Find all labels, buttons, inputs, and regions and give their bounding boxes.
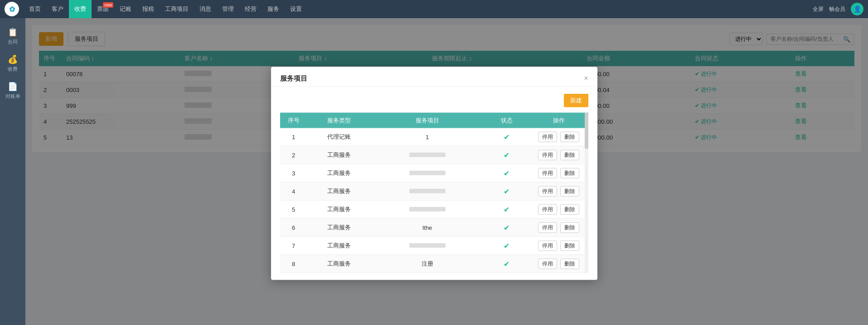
modal-cell-status: ✔ xyxy=(484,255,529,273)
member-btn[interactable]: 畅会员 xyxy=(829,5,845,13)
nav-customer[interactable]: 客户 xyxy=(46,0,69,18)
modal-cell-item: Ithe xyxy=(371,218,484,237)
modal-close-button[interactable]: × xyxy=(584,74,588,82)
new-badge: new xyxy=(103,2,113,8)
scrollbar-thumb[interactable] xyxy=(585,112,588,149)
modal-cell-status: ✔ xyxy=(484,164,529,182)
stop-button[interactable]: 停用 xyxy=(538,168,557,178)
status-check-icon: ✔ xyxy=(504,169,509,177)
service-items-table: 序号 服务类型 服务项目 状态 操作 1 代理记账 1 ✔ 停用 删除 2 工商… xyxy=(280,112,588,273)
scrollbar-track xyxy=(585,112,588,273)
sidebar-item-statement[interactable]: 📄 对账单 xyxy=(0,77,25,104)
fullscreen-btn[interactable]: 全屏 xyxy=(813,5,824,13)
modal-title: 服务项目 xyxy=(280,74,307,82)
delete-button[interactable]: 删除 xyxy=(560,168,579,178)
modal-cell-action: 停用 删除 xyxy=(529,128,588,146)
modal-cell-seq: 4 xyxy=(280,182,307,200)
nav-billing[interactable]: 收费 xyxy=(69,0,92,18)
modal-cell-status: ✔ xyxy=(484,218,529,237)
status-check-icon: ✔ xyxy=(504,260,509,267)
nav-invoice[interactable]: 票据 new xyxy=(92,0,114,18)
contract-icon: 📋 xyxy=(8,27,18,37)
modal-col-seq: 序号 xyxy=(280,112,307,128)
modal-cell-item xyxy=(371,182,484,200)
statement-icon: 📄 xyxy=(8,82,18,92)
modal-table-row: 2 工商服务 ✔ 停用 删除 xyxy=(280,146,588,164)
delete-button[interactable]: 删除 xyxy=(560,204,579,214)
service-modal: 服务项目 × 新建 序号 服务类型 服务项目 状态 操作 1 代理记账 xyxy=(271,67,597,280)
modal-cell-status: ✔ xyxy=(484,128,529,146)
modal-cell-type: 工商服务 xyxy=(307,164,371,182)
modal-new-button[interactable]: 新建 xyxy=(564,93,588,107)
stop-button[interactable]: 停用 xyxy=(538,186,557,196)
modal-cell-seq: 6 xyxy=(280,218,307,237)
sidebar-label-billing: 收费 xyxy=(8,66,18,73)
modal-table-row: 4 工商服务 ✔ 停用 删除 xyxy=(280,182,588,200)
modal-cell-seq: 1 xyxy=(280,128,307,146)
stop-button[interactable]: 停用 xyxy=(538,222,557,233)
stop-button[interactable]: 停用 xyxy=(538,204,557,214)
nav-home[interactable]: 首页 xyxy=(24,0,46,18)
modal-table-row: 5 工商服务 ✔ 停用 删除 xyxy=(280,200,588,218)
nav-service[interactable]: 服务 xyxy=(262,0,285,18)
delete-button[interactable]: 删除 xyxy=(560,258,579,269)
modal-cell-item xyxy=(371,164,484,182)
modal-table-row: 7 工商服务 ✔ 停用 删除 xyxy=(280,237,588,255)
nav-settings[interactable]: 设置 xyxy=(285,0,307,18)
stop-button[interactable]: 停用 xyxy=(538,240,557,251)
modal-cell-item xyxy=(371,237,484,255)
nav-message[interactable]: 消息 xyxy=(194,0,217,18)
nav-tax[interactable]: 报税 xyxy=(137,0,160,18)
modal-cell-status: ✔ xyxy=(484,182,529,200)
modal-col-status: 状态 xyxy=(484,112,529,128)
logo-icon: ✿ xyxy=(9,5,15,14)
modal-col-type: 服务类型 xyxy=(307,112,371,128)
avatar[interactable]: 👤 xyxy=(851,3,863,15)
status-check-icon: ✔ xyxy=(504,133,509,141)
status-check-icon: ✔ xyxy=(504,242,509,249)
status-check-icon: ✔ xyxy=(504,187,509,195)
modal-cell-action: 停用 删除 xyxy=(529,182,588,200)
sidebar-label-contract: 合同 xyxy=(8,39,18,45)
sidebar-item-billing[interactable]: 💰 收费 xyxy=(0,50,25,77)
delete-button[interactable]: 删除 xyxy=(560,150,579,160)
modal-cell-type: 工商服务 xyxy=(307,237,371,255)
status-check-icon: ✔ xyxy=(504,151,509,159)
modal-table-row: 8 工商服务 注册 ✔ 停用 删除 xyxy=(280,255,588,273)
modal-cell-action: 停用 删除 xyxy=(529,200,588,218)
sidebar-item-contract[interactable]: 📋 合同 xyxy=(0,23,25,50)
modal-cell-type: 工商服务 xyxy=(307,255,371,273)
nav-bookkeeping[interactable]: 记账 xyxy=(114,0,137,18)
modal-cell-status: ✔ xyxy=(484,146,529,164)
app-logo: ✿ xyxy=(5,2,19,16)
nav-business[interactable]: 工商项目 xyxy=(160,0,194,18)
modal-cell-seq: 2 xyxy=(280,146,307,164)
delete-button[interactable]: 删除 xyxy=(560,240,579,251)
modal-cell-seq: 7 xyxy=(280,237,307,255)
nav-operation[interactable]: 经营 xyxy=(239,0,262,18)
top-nav-right: 全屏 畅会员 👤 xyxy=(813,3,863,15)
modal-table-row: 3 工商服务 ✔ 停用 删除 xyxy=(280,164,588,182)
modal-cell-action: 停用 删除 xyxy=(529,255,588,273)
modal-cell-item: 注册 xyxy=(371,255,484,273)
modal-cell-item: 1 xyxy=(371,128,484,146)
modal-body: 新建 序号 服务类型 服务项目 状态 操作 1 代理记账 1 ✔ 停用 xyxy=(271,87,597,280)
stop-button[interactable]: 停用 xyxy=(538,131,557,142)
modal-cell-type: 工商服务 xyxy=(307,218,371,237)
delete-button[interactable]: 删除 xyxy=(560,131,579,142)
nav-manage[interactable]: 管理 xyxy=(217,0,239,18)
modal-cell-seq: 3 xyxy=(280,164,307,182)
stop-button[interactable]: 停用 xyxy=(538,258,557,269)
modal-cell-type: 代理记账 xyxy=(307,128,371,146)
stop-button[interactable]: 停用 xyxy=(538,150,557,160)
modal-table-row: 1 代理记账 1 ✔ 停用 删除 xyxy=(280,128,588,146)
modal-cell-status: ✔ xyxy=(484,237,529,255)
billing-icon: 💰 xyxy=(8,54,18,64)
modal-cell-action: 停用 删除 xyxy=(529,218,588,237)
status-check-icon: ✔ xyxy=(504,223,509,231)
delete-button[interactable]: 删除 xyxy=(560,222,579,233)
delete-button[interactable]: 删除 xyxy=(560,186,579,196)
modal-header: 服务项目 × xyxy=(271,67,597,87)
modal-cell-type: 工商服务 xyxy=(307,146,371,164)
modal-col-item: 服务项目 xyxy=(371,112,484,128)
